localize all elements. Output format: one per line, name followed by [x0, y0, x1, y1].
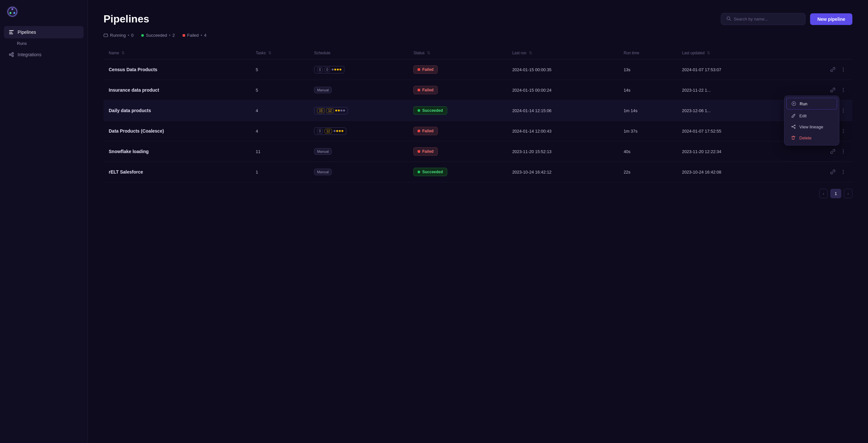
new-pipeline-button[interactable]: New pipeline: [810, 13, 852, 25]
pipeline-name-2[interactable]: Insurance data product: [109, 88, 159, 93]
svg-point-39: [843, 151, 844, 152]
link-button-5[interactable]: [829, 147, 837, 156]
svg-rect-6: [9, 32, 12, 33]
logo: [0, 0, 88, 24]
link-button-2[interactable]: [829, 86, 837, 94]
pipeline-name-3[interactable]: Daily data products: [109, 108, 151, 113]
sidebar-item-pipelines-label: Pipelines: [18, 30, 36, 35]
svg-line-12: [11, 55, 12, 56]
context-menu-run[interactable]: Run: [786, 98, 837, 109]
svg-rect-5: [9, 30, 14, 31]
context-menu-lineage[interactable]: View lineage: [786, 121, 837, 132]
run-time-1: 13s: [618, 60, 677, 80]
last-run-6: 2023-10-24 16:42:12: [507, 162, 618, 182]
more-button-4[interactable]: [839, 127, 847, 135]
pipeline-name-1[interactable]: Census Data Products: [109, 67, 157, 72]
filter-succeeded[interactable]: Succeeded • 2: [141, 33, 175, 38]
pagination: ‹ 1 ›: [103, 182, 852, 198]
search-box[interactable]: [721, 13, 806, 25]
filter-running[interactable]: Running • 0: [103, 33, 133, 38]
filter-running-label: Running: [110, 33, 126, 38]
schedule-4: 0 12: [309, 121, 408, 141]
svg-point-3: [13, 12, 15, 14]
edit-icon: [791, 113, 796, 118]
col-name[interactable]: Name ⇅: [103, 47, 251, 60]
svg-point-8: [9, 54, 11, 56]
run-time-2: 14s: [618, 80, 677, 100]
status-5: Failed: [408, 141, 507, 162]
link-button-6[interactable]: [829, 168, 837, 176]
prev-page-button[interactable]: ‹: [819, 189, 828, 198]
svg-point-31: [795, 127, 796, 128]
more-button-5[interactable]: [839, 147, 847, 156]
table-row: rELT Salesforce 1 Manual Succeeded 2023-…: [103, 162, 852, 182]
page-title: Pipelines: [103, 13, 149, 25]
lineage-icon: [791, 124, 796, 129]
svg-marker-28: [794, 103, 795, 104]
search-icon: [726, 16, 731, 22]
pipeline-name-6[interactable]: rELT Salesforce: [109, 169, 143, 174]
row-actions-6: [794, 168, 847, 176]
svg-line-14: [730, 20, 731, 21]
svg-point-42: [843, 172, 844, 172]
tasks-4: 4: [251, 121, 309, 141]
more-button-1[interactable]: [839, 66, 847, 73]
running-icon: [103, 33, 108, 38]
filter-succeeded-label: Succeeded: [146, 33, 167, 38]
schedule-1: 0 0: [309, 60, 408, 80]
last-updated-1: 2024-01-07 17:53:07: [677, 60, 788, 80]
svg-point-4: [9, 12, 11, 14]
search-input[interactable]: [734, 16, 800, 22]
last-updated-3: 2023-12-06 1...: [677, 100, 788, 121]
col-last-run[interactable]: Last run ⇅: [507, 47, 618, 60]
table-row: Daily data products 4 15 12: [103, 100, 852, 121]
schedule-2: Manual: [309, 80, 408, 100]
main-content: Pipelines New pipeline Running: [88, 0, 868, 443]
svg-point-0: [6, 6, 18, 18]
tasks-1: 5: [251, 60, 309, 80]
status-1: Failed: [408, 60, 507, 80]
filter-succeeded-count: 2: [173, 33, 175, 38]
run-time-5: 40s: [618, 141, 677, 162]
context-menu-delete[interactable]: Delete: [786, 132, 837, 143]
table-row: Insurance data product 5 Manual Failed 2…: [103, 80, 852, 100]
pipeline-name-4[interactable]: Data Products (Coalesce): [109, 128, 164, 134]
last-updated-5: 2023-11-20 12:22:34: [677, 141, 788, 162]
pipelines-icon: [8, 29, 14, 35]
schedule-5: Manual: [309, 141, 408, 162]
last-updated-2: 2023-11-22 1...: [677, 80, 788, 100]
sidebar-nav: Pipelines Runs Integrations: [0, 24, 88, 443]
page-1-button[interactable]: 1: [830, 189, 841, 198]
table-row: Data Products (Coalesce) 4 0 12: [103, 121, 852, 141]
more-button-6[interactable]: [839, 168, 847, 176]
sidebar-item-pipelines[interactable]: Pipelines: [4, 26, 84, 38]
context-menu-edit[interactable]: Edit: [786, 110, 837, 121]
last-run-3: 2024-01-14 12:15:06: [507, 100, 618, 121]
more-button-2[interactable]: [839, 86, 847, 94]
context-menu: Run Edit: [784, 96, 839, 146]
context-delete-label: Delete: [799, 135, 812, 140]
filter-failed[interactable]: Failed • 4: [183, 33, 206, 38]
svg-point-9: [12, 53, 14, 54]
sidebar-item-integrations-label: Integrations: [18, 52, 41, 57]
last-run-5: 2023-11-20 15:52:13: [507, 141, 618, 162]
sidebar-sub-item-runs[interactable]: Runs: [4, 38, 84, 48]
more-button-3[interactable]: [839, 107, 847, 114]
last-updated-6: 2023-10-24 16:42:08: [677, 162, 788, 182]
svg-point-26: [843, 112, 844, 112]
svg-line-11: [11, 54, 12, 54]
next-page-button[interactable]: ›: [844, 189, 852, 198]
pipeline-name-5[interactable]: Snowflake loading: [109, 149, 149, 154]
svg-point-22: [843, 90, 844, 90]
col-status[interactable]: Status ⇅: [408, 47, 507, 60]
link-button-1[interactable]: [829, 66, 837, 73]
svg-point-37: [843, 132, 844, 133]
header-right: New pipeline: [721, 13, 852, 25]
schedule-6: Manual: [309, 162, 408, 182]
col-last-updated[interactable]: Last updated ⇅: [677, 47, 788, 60]
page-header: Pipelines New pipeline: [103, 13, 852, 25]
sidebar-item-integrations[interactable]: Integrations: [4, 48, 84, 61]
svg-point-10: [12, 55, 14, 57]
col-tasks[interactable]: Tasks ⇅: [251, 47, 309, 60]
svg-point-40: [843, 153, 844, 154]
